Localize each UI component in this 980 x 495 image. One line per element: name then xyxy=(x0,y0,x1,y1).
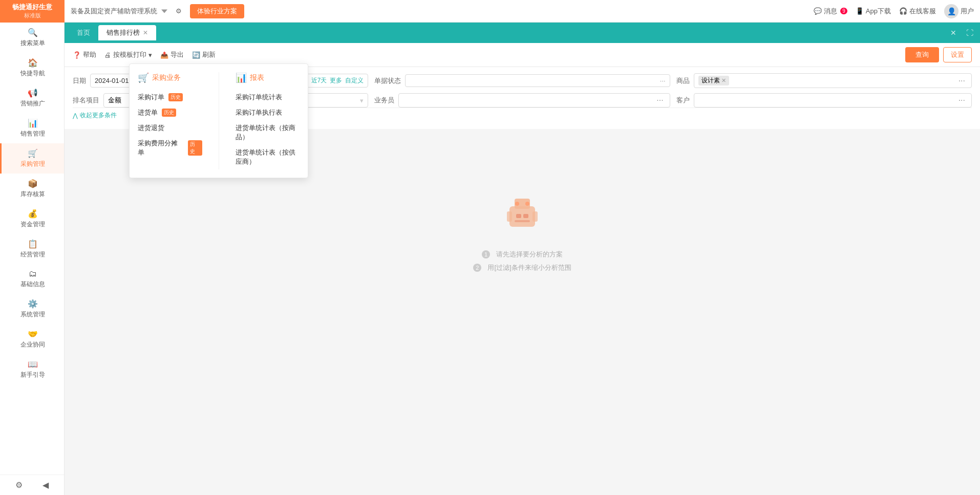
empty-num1: 1 xyxy=(482,250,490,259)
sidebar-label-operation: 经营管理 xyxy=(20,250,45,259)
date-custom[interactable]: 自定义 xyxy=(345,76,364,85)
trial-button[interactable]: 体验行业方案 xyxy=(190,4,244,18)
dropdown-item-purchase-stat[interactable]: 采购订单统计表 xyxy=(236,90,300,105)
online-service-btn[interactable]: 🎧 在线客服 xyxy=(899,7,936,16)
refresh-icon: 🔄 xyxy=(192,51,200,59)
system-name-area: 装备及固定资产辅助管理系统 xyxy=(71,7,157,16)
system-dropdown[interactable] xyxy=(161,8,167,14)
purchase-col-icon: 🛒 xyxy=(138,72,149,83)
user-area[interactable]: 👤 用户 xyxy=(944,4,974,18)
help-btn[interactable]: ❓ 帮助 xyxy=(73,50,96,59)
help-icon: ❓ xyxy=(73,51,81,59)
doc-status-select[interactable]: ··· xyxy=(405,74,670,87)
product-select[interactable]: 设计素 ✕ ··· xyxy=(694,73,972,88)
svg-point-5 xyxy=(525,202,529,206)
sidebar-item-system[interactable]: ⚙️ 系统管理 xyxy=(0,294,64,324)
collapse-label: 收起更多条件 xyxy=(80,111,117,120)
sidebar-label-sales: 销售管理 xyxy=(20,130,45,138)
sidebar-bottom: ⚙ ◀ xyxy=(0,475,64,495)
salesperson-ellipsis[interactable]: ··· xyxy=(654,96,665,105)
customer-label: 客户 xyxy=(676,96,690,105)
window-close-btn[interactable]: ✕ xyxy=(947,27,960,39)
sidebar-item-fund[interactable]: 💰 资金管理 xyxy=(0,204,64,234)
main-layout: 🔍 搜索菜单 🏠 快捷导航 📢 营销推广 📊 销售管理 🛒 采购管理 📦 xyxy=(0,23,980,495)
product-ellipsis[interactable]: ··· xyxy=(956,76,967,85)
tab-sales-rank-label: 销售排行榜 xyxy=(106,28,140,37)
dropdown-item-stock-return[interactable]: 进货退货 xyxy=(138,120,202,136)
date-more[interactable]: 更多 xyxy=(330,76,342,85)
dropdown-item-purchase-exec[interactable]: 采购订单执行表 xyxy=(236,105,300,120)
sidebar-item-marketing[interactable]: 📢 营销推广 xyxy=(0,83,64,113)
sidebar-label-fund: 资金管理 xyxy=(20,220,45,229)
message-badge: 9 xyxy=(840,8,847,14)
dropdown-item-purchase-expense[interactable]: 采购费用分摊单 历史 xyxy=(138,136,202,160)
sidebar-item-enterprise[interactable]: 🤝 企业协同 xyxy=(0,324,64,354)
top-bar-right: 💬 消息 9 📱 App下载 🎧 在线客服 👤 用户 xyxy=(814,4,974,18)
purchase-icon: 🛒 xyxy=(28,148,38,158)
filter-cell-customer: 客户 ··· xyxy=(676,93,972,107)
sidebar-collapse-icon[interactable]: ◀ xyxy=(42,480,49,490)
salesperson-select[interactable]: ··· xyxy=(398,93,670,107)
customer-select[interactable]: ··· xyxy=(694,93,972,107)
settings-button[interactable]: 设置 xyxy=(943,47,972,62)
tab-close-icon[interactable]: ✕ xyxy=(143,29,148,36)
dropdown-item-stock-in[interactable]: 进货单 历史 xyxy=(138,105,202,120)
sidebar-label-inventory: 库存核算 xyxy=(20,190,45,199)
date-label: 日期 xyxy=(73,76,86,85)
operation-icon: 📋 xyxy=(28,239,38,249)
svg-rect-3 xyxy=(532,211,538,222)
empty-hint1: 1 请先选择要分析的方案 xyxy=(482,250,563,259)
sidebar-item-guide[interactable]: 📖 新手引导 xyxy=(0,354,64,384)
content-area: ❓ 帮助 🖨 按模板打印 ▾ 📤 导出 🔄 刷新 xyxy=(65,43,980,495)
history-badge-3: 历史 xyxy=(188,140,202,156)
query-button[interactable]: 查询 xyxy=(905,47,939,62)
history-badge-2: 历史 xyxy=(162,109,176,117)
app-label: App下载 xyxy=(866,7,891,16)
sidebar-item-sales[interactable]: 📊 销售管理 xyxy=(0,113,64,143)
sidebar-label-system: 系统管理 xyxy=(20,310,45,319)
empty-hint1-text: 请先选择要分析的方案 xyxy=(496,250,563,259)
sidebar-settings-icon[interactable]: ⚙ xyxy=(15,480,23,490)
logo-text: 畅捷通好生意 xyxy=(12,3,52,12)
dropdown-divider xyxy=(219,72,219,169)
svg-rect-6 xyxy=(516,214,521,218)
purchase-exec-label: 采购订单执行表 xyxy=(236,108,282,117)
system-name: 装备及固定资产辅助管理系统 xyxy=(71,7,157,15)
sidebar-item-operation[interactable]: 📋 经营管理 xyxy=(0,234,64,264)
window-maximize-btn[interactable]: ⛶ xyxy=(964,27,976,39)
dropdown-item-stock-stat-supplier[interactable]: 进货单统计表（按供应商） xyxy=(236,145,300,169)
purchase-stat-label: 采购订单统计表 xyxy=(236,93,282,102)
sidebar-item-inventory[interactable]: 📦 库存核算 xyxy=(0,174,64,204)
date-7days[interactable]: 近7天 xyxy=(311,76,327,85)
print-template-btn[interactable]: 🖨 按模板打印 ▾ xyxy=(104,50,152,59)
rank-dropdown-icon: ▾ xyxy=(360,97,364,104)
export-icon: 📤 xyxy=(160,51,168,59)
dropdown-item-stock-stat-product[interactable]: 进货单统计表（按商品） xyxy=(236,120,300,145)
customer-ellipsis[interactable]: ··· xyxy=(956,96,967,105)
product-tag: 设计素 ✕ xyxy=(698,76,729,85)
toolbar-left: ❓ 帮助 🖨 按模板打印 ▾ 📤 导出 🔄 刷新 xyxy=(73,50,216,59)
product-label: 商品 xyxy=(676,76,690,85)
dropdown-item-purchase-order[interactable]: 采购订单 历史 xyxy=(138,90,202,105)
sidebar-item-quick[interactable]: 🏠 快捷导航 xyxy=(0,53,64,83)
sidebar-item-purchase[interactable]: 🛒 采购管理 xyxy=(0,143,64,174)
export-btn[interactable]: 📤 导出 xyxy=(160,50,184,59)
message-btn[interactable]: 💬 消息 9 xyxy=(814,7,847,16)
doc-status-label: 单据状态 xyxy=(374,76,401,85)
export-label: 导出 xyxy=(171,50,184,59)
product-tag-close-icon[interactable]: ✕ xyxy=(721,77,726,84)
empty-hint2-text: 用[过滤]条件来缩小分析范围 xyxy=(487,263,571,272)
tab-home[interactable]: 首页 xyxy=(69,25,98,40)
app-download-btn[interactable]: 📱 App下载 xyxy=(856,7,891,16)
guide-icon: 📖 xyxy=(28,359,38,369)
refresh-btn[interactable]: 🔄 刷新 xyxy=(192,50,216,59)
sidebar-label-enterprise: 企业协同 xyxy=(20,340,45,349)
basic-icon: 🗂 xyxy=(29,269,37,278)
system-icon: ⚙️ xyxy=(28,299,38,309)
sidebar-item-basic[interactable]: 🗂 基础信息 xyxy=(0,264,64,294)
tab-sales-rank[interactable]: 销售排行榜 ✕ xyxy=(98,25,156,40)
report-col-label: 报表 xyxy=(250,73,264,82)
settings-icon[interactable]: ⚙ xyxy=(172,4,186,18)
dropdown-report-col: 📊 报表 采购订单统计表 采购订单执行表 进货单统计表（按商品） 进货单统计表（… xyxy=(236,72,300,169)
sidebar-item-search[interactable]: 🔍 搜索菜单 xyxy=(0,23,64,53)
